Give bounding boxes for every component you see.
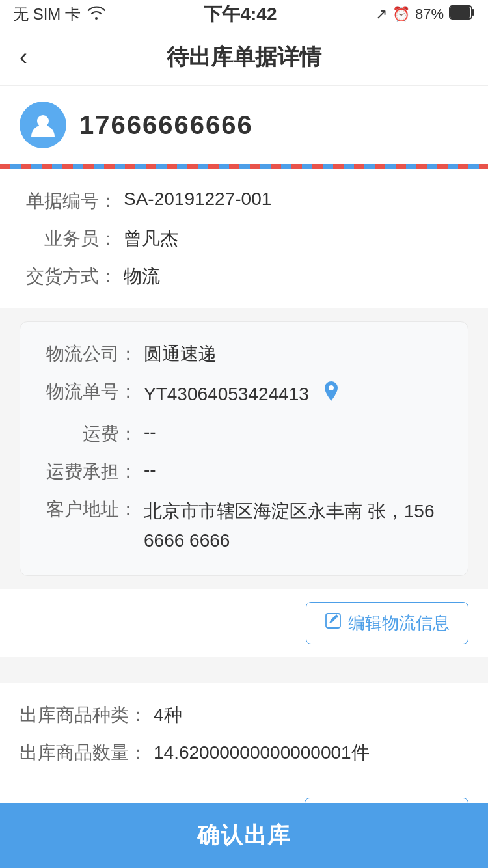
delivery-row: 交货方式： 物流 [20,264,468,289]
avatar [20,102,66,148]
salesman-value: 曾凡杰 [124,226,468,251]
battery-icon [449,5,475,23]
goods-types-value: 4种 [154,703,468,727]
edit-btn-row: 编辑物流信息 [0,589,488,657]
deco-line [0,164,488,169]
logistics-tracking-label: 物流单号： [40,379,144,404]
logistics-tracking-value: YT43064053424413 [144,384,309,405]
bottom-bar: 确认出库 [0,803,488,868]
edit-logistics-label: 编辑物流信息 [348,612,450,634]
logistics-company-value: 圆通速递 [144,342,448,366]
user-section: 17666666666 [0,86,488,164]
back-button[interactable]: ‹ [20,44,27,71]
user-phone: 17666666666 [79,111,253,140]
svg-point-4 [329,385,334,390]
goods-types-row: 出库商品种类： 4种 [20,703,468,727]
address-label: 客户地址： [40,497,144,522]
location-arrow-icon: ↗ [375,6,387,23]
freight-value: -- [144,422,448,442]
freight-row: 运费： -- [40,422,448,446]
alarm-icon: ⏰ [392,6,410,23]
svg-rect-2 [450,7,470,18]
goods-types-label: 出库商品种类： [20,703,154,727]
order-number-row: 单据编号： SA-20191227-001 [20,189,468,213]
logistics-card: 物流公司： 圆通速递 物流单号： YT43064053424413 运费： --… [20,321,468,576]
order-number-label: 单据编号： [20,189,124,213]
freight-bearer-row: 运费承担： -- [40,459,448,484]
edit-icon [325,612,342,634]
edit-logistics-button[interactable]: 编辑物流信息 [306,602,468,644]
page-title: 待出库单据详情 [167,42,321,72]
carrier-text: 无 SIM 卡 [13,4,81,25]
salesman-row: 业务员： 曾凡杰 [20,226,468,251]
address-row: 客户地址： 北京市市辖区海淀区永丰南 张，156 6666 6666 [40,497,448,556]
freight-bearer-value: -- [144,459,448,480]
salesman-label: 业务员： [20,226,124,251]
section-divider-1 [0,657,488,670]
battery-text: 87% [415,6,444,23]
logistics-tracking-row: 物流单号： YT43064053424413 [40,379,448,409]
nav-bar: ‹ 待出库单据详情 [0,29,488,86]
status-left: 无 SIM 卡 [13,4,105,25]
goods-quantity-row: 出库商品数量： 14.62000000000000001件 [20,740,468,765]
goods-quantity-label: 出库商品数量： [20,740,154,765]
order-number-value: SA-20191227-001 [124,189,468,210]
status-bar: 无 SIM 卡 下午4:42 ↗ ⏰ 87% [0,0,488,29]
delivery-label: 交货方式： [20,264,124,289]
order-info-section: 单据编号： SA-20191227-001 业务员： 曾凡杰 交货方式： 物流 [0,169,488,308]
confirm-button[interactable]: 确认出库 [197,821,291,850]
logistics-tracking-value-container: YT43064053424413 [144,379,448,409]
freight-label: 运费： [40,422,144,446]
logistics-company-row: 物流公司： 圆通速递 [40,342,448,366]
address-value: 北京市市辖区海淀区永丰南 张，156 6666 6666 [144,497,448,556]
freight-bearer-label: 运费承担： [40,459,144,484]
status-time: 下午4:42 [204,2,277,27]
svg-rect-1 [472,9,474,16]
goods-section: 出库商品种类： 4种 出库商品数量： 14.62000000000000001件 [0,683,488,785]
logistics-company-label: 物流公司： [40,342,144,366]
delivery-value: 物流 [124,264,468,289]
wifi-icon [87,5,105,23]
status-right: ↗ ⏰ 87% [375,5,475,23]
location-pin-icon[interactable] [319,379,343,409]
goods-quantity-value: 14.62000000000000001件 [154,740,468,765]
